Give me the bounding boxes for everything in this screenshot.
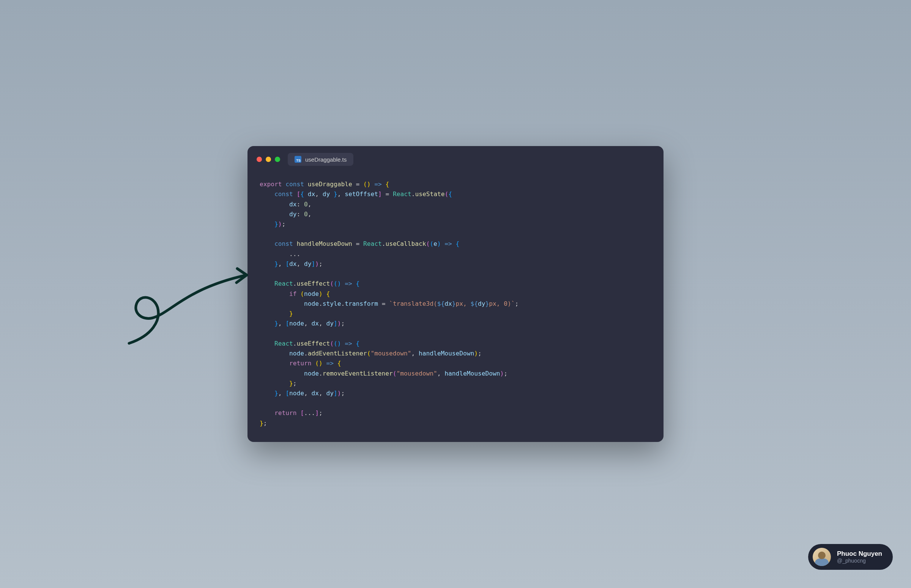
code-editor-window: TS useDraggable.ts export const useDragg…: [248, 146, 663, 442]
file-tab[interactable]: TS useDraggable.ts: [288, 153, 353, 166]
author-badge[interactable]: Phuoc Nguyen @_phuocng: [808, 544, 893, 570]
avatar: [813, 548, 831, 566]
code-text: export const useDraggable = () => { cons…: [260, 179, 651, 428]
author-name: Phuoc Nguyen: [837, 550, 882, 558]
annotation-arrow-icon: [121, 262, 258, 353]
minimize-icon[interactable]: [266, 157, 271, 162]
maximize-icon[interactable]: [275, 157, 280, 162]
title-bar: TS useDraggable.ts: [248, 146, 663, 173]
tab-filename: useDraggable.ts: [305, 156, 346, 163]
close-icon[interactable]: [257, 157, 262, 162]
code-content[interactable]: export const useDraggable = () => { cons…: [248, 173, 663, 442]
typescript-icon: TS: [294, 156, 301, 163]
author-handle: @_phuocng: [837, 558, 882, 564]
author-info: Phuoc Nguyen @_phuocng: [837, 550, 882, 564]
traffic-lights: [257, 157, 280, 162]
